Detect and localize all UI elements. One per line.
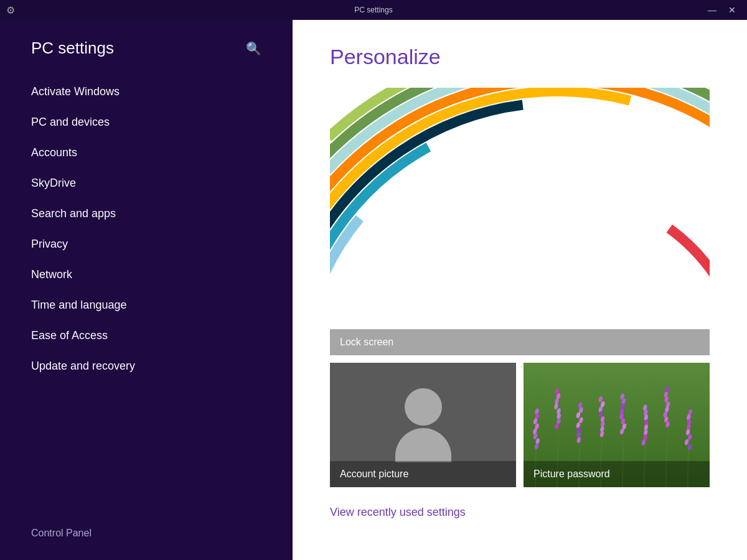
titlebar: ⚙ PC settings — ✕ (0, 0, 747, 20)
nav-item-time-and-language[interactable]: Time and language (0, 290, 293, 320)
nav-item-accounts[interactable]: Accounts (0, 138, 293, 168)
lock-screen-tile[interactable]: Lock screen (330, 88, 710, 355)
gear-icon: ⚙ (6, 4, 15, 16)
nav-item-activate-windows[interactable]: Activate Windows (0, 77, 293, 107)
nav-item-skydrive[interactable]: SkyDrive (0, 168, 293, 198)
content-area: Personalize Lock screen Account picture … (293, 20, 747, 560)
sidebar-title: PC settings (31, 39, 114, 58)
account-picture-tile[interactable]: Account picture (330, 363, 516, 487)
person-body (395, 428, 451, 462)
picture-password-tile[interactable]: Picture password (524, 363, 710, 487)
minimize-button[interactable]: — (703, 3, 721, 17)
lock-screen-label: Lock screen (330, 329, 710, 355)
nav-item-update-and-recovery[interactable]: Update and recovery (0, 351, 293, 381)
nav-item-control-panel[interactable]: Control Panel (0, 519, 293, 548)
nav-item-privacy[interactable]: Privacy (0, 229, 293, 259)
page-title: Personalize (330, 45, 710, 69)
person-head (405, 388, 442, 426)
account-picture-label: Account picture (330, 461, 516, 487)
view-recently-link[interactable]: View recently used settings (330, 506, 466, 518)
lock-screen-image (330, 88, 710, 355)
sidebar: PC settings 🔍 Activate Windows PC and de… (0, 20, 293, 560)
picture-password-label: Picture password (524, 461, 710, 487)
search-button[interactable]: 🔍 (246, 41, 261, 56)
sidebar-header: PC settings 🔍 (0, 32, 293, 77)
titlebar-title: PC settings (354, 6, 392, 14)
titlebar-controls: — ✕ (703, 3, 741, 17)
main-layout: PC settings 🔍 Activate Windows PC and de… (0, 20, 747, 560)
nav-item-search-and-apps[interactable]: Search and apps (0, 198, 293, 229)
person-icon (395, 388, 451, 462)
tiles-row: Account picture Picture password (330, 363, 710, 487)
nav-item-network[interactable]: Network (0, 259, 293, 290)
close-button[interactable]: ✕ (723, 3, 741, 17)
titlebar-left: ⚙ (6, 4, 15, 16)
nav-item-pc-and-devices[interactable]: PC and devices (0, 107, 293, 138)
nav-item-ease-of-access[interactable]: Ease of Access (0, 320, 293, 351)
sidebar-nav: Activate Windows PC and devices Accounts… (0, 77, 293, 381)
